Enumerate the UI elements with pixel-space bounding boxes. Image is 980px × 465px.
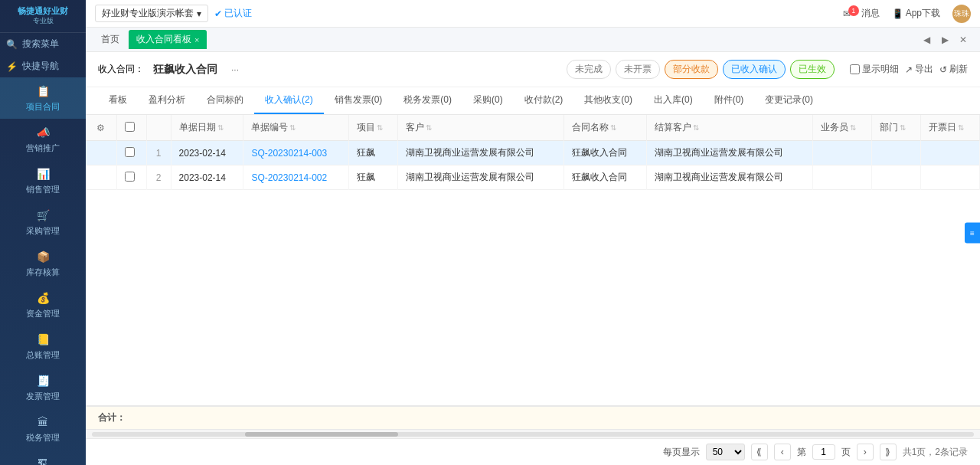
status-partial[interactable]: 部分收款: [665, 60, 718, 79]
project-icon: 📋: [35, 84, 51, 99]
export-button[interactable]: ↗ 导出: [905, 63, 933, 76]
page-next-button[interactable]: ›: [857, 444, 874, 460]
tab-tax-invoice[interactable]: 税务发票(0): [393, 87, 462, 114]
user-avatar[interactable]: 珠珠: [952, 5, 971, 23]
th-department[interactable]: 部门⇅: [872, 115, 920, 141]
data-table: ⚙ 单据日期⇅ 单据编号⇅ 项目⇅: [86, 115, 980, 190]
tab-close-all[interactable]: ✕: [956, 32, 971, 47]
tab-attachments[interactable]: 附件(0): [704, 87, 755, 114]
tab-purchase[interactable]: 采购(0): [462, 87, 514, 114]
topbar: 好业财专业版演示帐套 ▾ ✔ 已认证 ✉ 1 消息 📱 App下载 珠珠: [86, 0, 980, 28]
sidebar-item-inventory[interactable]: 📦 库存核算: [0, 243, 86, 284]
scrollbar-thumb[interactable]: [245, 432, 398, 437]
tab-next-arrow[interactable]: ▶: [937, 32, 952, 47]
status-confirmed[interactable]: 已收入确认: [723, 60, 786, 79]
settings-icon[interactable]: ⚙: [93, 123, 109, 133]
sidebar-item-project[interactable]: 📋 项目合同: [0, 77, 86, 119]
document-link-2[interactable]: SQ-20230214-002: [251, 172, 327, 183]
show-detail-input[interactable]: [850, 64, 860, 74]
page-info: 共1页，2条记录: [903, 446, 968, 459]
sidebar-search[interactable]: 🔍 搜索菜单: [0, 33, 86, 55]
invoice-icon: 🧾: [35, 373, 51, 388]
tab-other-income[interactable]: 其他收支(0): [573, 87, 643, 114]
sidebar-item-assets[interactable]: 🏗 固定资产: [0, 450, 86, 465]
refresh-button[interactable]: ↺ 刷新: [939, 63, 968, 76]
th-project[interactable]: 项目⇅: [349, 115, 397, 141]
td-salesperson-2: [813, 165, 872, 190]
sort-number-icon: ⇅: [289, 123, 296, 132]
show-detail-checkbox[interactable]: 显示明细: [850, 63, 899, 76]
sidebar-quick-nav[interactable]: ⚡ 快捷导航: [0, 55, 86, 77]
tab-warehouse[interactable]: 出入库(0): [643, 87, 704, 114]
verified-icon: ✔: [214, 8, 222, 19]
page-size-label: 每页显示: [663, 446, 700, 459]
th-number[interactable]: 单据编号⇅: [243, 115, 349, 141]
total-label: 合计：: [98, 411, 126, 424]
th-salesperson[interactable]: 业务员⇅: [813, 115, 872, 141]
th-contract[interactable]: 合同名称⇅: [564, 115, 646, 141]
td-project-1: 狂飙: [349, 141, 397, 165]
page-size-select[interactable]: 20 50 100: [706, 444, 745, 460]
sub-tabs: 看板 盈利分析 合同标的 收入确认(2) 销售发票(0) 税务发票(0) 采购(…: [86, 87, 980, 115]
float-action-button[interactable]: ≡: [965, 222, 980, 243]
company-selector[interactable]: 好业财专业版演示帐套 ▾: [95, 5, 208, 22]
document-link-1[interactable]: SQ-20230214-003: [251, 148, 327, 159]
tab-contract-board[interactable]: 收入合同看板 ×: [129, 30, 207, 49]
th-date[interactable]: 单据日期⇅: [171, 115, 243, 141]
td-checkbox-1: [116, 141, 146, 165]
message-action[interactable]: ✉ 1 消息: [843, 7, 880, 20]
tab-payment[interactable]: 收付款(2): [514, 87, 574, 114]
purchase-icon: 🛒: [35, 208, 51, 223]
content-title: 狂飙收入合同: [153, 63, 217, 77]
scrollbar-area[interactable]: [86, 429, 980, 438]
topbar-right: ✉ 1 消息 📱 App下载 珠珠: [843, 5, 971, 23]
main-area: 好业财专业版演示帐套 ▾ ✔ 已认证 ✉ 1 消息 📱 App下载 珠珠 首页 …: [86, 0, 980, 465]
tab-kanban[interactable]: 看板: [98, 87, 138, 114]
table-container: ⚙ 单据日期⇅ 单据编号⇅ 项目⇅: [86, 115, 980, 405]
page-last-button[interactable]: ⟫: [880, 444, 897, 460]
th-customer[interactable]: 客户⇅: [397, 115, 564, 141]
status-effective[interactable]: 已生效: [790, 60, 835, 79]
tab-home[interactable]: 首页: [95, 33, 126, 46]
td-opendate-2: [920, 165, 979, 190]
th-open-date[interactable]: 开票日⇅: [920, 115, 979, 141]
scrollbar-track: [92, 432, 974, 437]
tab-prev-arrow[interactable]: ◀: [919, 32, 934, 47]
page-number-input[interactable]: [812, 444, 835, 460]
sidebar-item-tax[interactable]: 🏛 税务管理: [0, 408, 86, 450]
more-button[interactable]: ···: [227, 63, 243, 77]
sidebar-item-invoice[interactable]: 🧾 发票管理: [0, 367, 86, 408]
page-prev-button[interactable]: ‹: [774, 444, 791, 460]
status-incomplete[interactable]: 未完成: [567, 60, 611, 79]
sidebar-logo: 畅捷通好业财 专业版: [0, 0, 86, 33]
th-result-customer[interactable]: 结算客户⇅: [646, 115, 813, 141]
sales-icon: 📊: [35, 166, 51, 182]
td-salesperson-1: [813, 141, 872, 165]
tab-close-icon[interactable]: ×: [194, 35, 199, 44]
tab-revenue-confirm[interactable]: 收入确认(2): [254, 87, 324, 114]
tab-profit[interactable]: 盈利分析: [138, 87, 196, 114]
select-all-checkbox[interactable]: [125, 122, 135, 132]
sidebar-item-finance[interactable]: 💰 资金管理: [0, 284, 86, 326]
td-department-1: [872, 141, 920, 165]
app-download-action[interactable]: 📱 App下载: [892, 7, 940, 20]
table-header-row: ⚙ 单据日期⇅ 单据编号⇅ 项目⇅: [86, 115, 980, 141]
sidebar-item-ledger[interactable]: 📒 总账管理: [0, 326, 86, 367]
tab-contract-subject[interactable]: 合同标的: [196, 87, 254, 114]
sort-date-icon: ⇅: [217, 123, 224, 132]
logo-text: 畅捷通好业财: [0, 6, 86, 16]
tab-sales-invoice[interactable]: 销售发票(0): [324, 87, 394, 114]
sidebar-item-sales[interactable]: 📊 销售管理: [0, 160, 86, 201]
page-first-button[interactable]: ⟪: [751, 444, 768, 460]
table-footer: 合计：: [86, 405, 980, 429]
td-checkbox-2: [116, 165, 146, 190]
sidebar-item-purchase[interactable]: 🛒 采购管理: [0, 201, 86, 243]
tab-change-log[interactable]: 变更记录(0): [754, 87, 824, 114]
row-checkbox-2[interactable]: [125, 172, 135, 182]
row-checkbox-1[interactable]: [125, 147, 135, 157]
sidebar-item-marketing[interactable]: 📣 营销推广: [0, 119, 86, 160]
status-uninvoiced[interactable]: 未开票: [616, 60, 660, 79]
sort-salesperson-icon: ⇅: [850, 123, 856, 132]
logo-sub: 专业版: [0, 16, 86, 26]
tab-label: 收入合同看板: [136, 33, 191, 46]
